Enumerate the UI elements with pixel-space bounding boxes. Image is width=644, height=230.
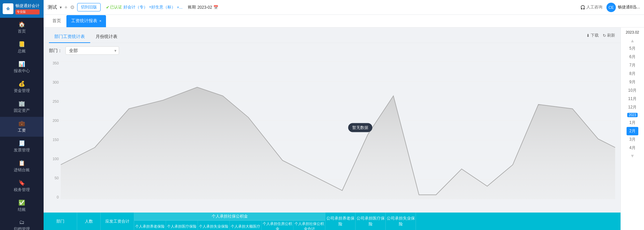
y-label-200: 200 bbox=[53, 119, 59, 123]
sidebar-item-tax[interactable]: 🔖税务管理 bbox=[0, 176, 44, 196]
sidebar-item-label-salary: 工资 bbox=[18, 128, 26, 133]
headset-icon: 🎧 bbox=[580, 5, 585, 10]
panel-month-5月[interactable]: 5月 bbox=[626, 44, 639, 53]
sidebar-item-label-checkout: 结账 bbox=[18, 207, 26, 213]
main-content: 测试 ▾ + ⚙ 切到旧版 ✔ 已认证 好会计（专） +好生意（标） +... … bbox=[44, 0, 644, 230]
top-header: 测试 ▾ + ⚙ 切到旧版 ✔ 已认证 好会计（专） +好生意（标） +... … bbox=[44, 0, 644, 15]
download-icon: ⬇ bbox=[586, 33, 590, 38]
content-wrapper: 部门工资统计表月份统计表 ⬇ 下载 ↻ 刷新 部门： 全 bbox=[44, 28, 644, 230]
panel-month-11月[interactable]: 11月 bbox=[626, 95, 639, 103]
tab-home[interactable]: 首页 bbox=[48, 15, 66, 27]
tab-close-salary-stats[interactable]: × bbox=[99, 19, 101, 23]
panel-month-current-2月[interactable]: 2月 bbox=[627, 127, 638, 135]
period-value: 2023-02 bbox=[197, 5, 212, 10]
table-col-group-header: 个人承担社保公积金 bbox=[134, 213, 325, 221]
chart-y-axis: 050100150200250300350 bbox=[49, 61, 61, 199]
department-select[interactable]: 全部 bbox=[65, 46, 119, 55]
sub-tab-monthly[interactable]: 月份统计表 bbox=[90, 31, 123, 43]
right-panel-months2: 1月2月3月4月 bbox=[627, 119, 638, 152]
sidebar-item-ledger[interactable]: 📒总账 bbox=[0, 38, 44, 57]
sidebar-item-label-invoice: 发票管理 bbox=[14, 147, 30, 153]
y-label-50: 50 bbox=[55, 176, 59, 180]
table-col-group-social: 个人承担社保公积金个人承担养老保险个人承担医疗保险个人承担失业保险个人承担大额医… bbox=[134, 213, 325, 230]
panel-month-7月[interactable]: 7月 bbox=[626, 61, 639, 70]
panel-month-8月[interactable]: 8月 bbox=[626, 70, 639, 78]
y-label-100: 100 bbox=[53, 157, 59, 161]
tab-label-home: 首页 bbox=[52, 18, 61, 23]
panel-down-arrow[interactable]: ▼ bbox=[629, 152, 636, 159]
username[interactable]: 畅捷通B迅... bbox=[618, 4, 640, 10]
sub-tab-label-monthly: 月份统计表 bbox=[96, 34, 117, 39]
y-label-300: 300 bbox=[53, 81, 59, 84]
service-button[interactable]: 🎧 人工咨询 bbox=[580, 4, 602, 10]
logo-badge: 专业版 bbox=[15, 9, 40, 14]
status-good-accounting: 好会计（专） bbox=[123, 4, 148, 10]
panel-month-current-1月[interactable]: 1月 bbox=[627, 119, 638, 127]
header-settings-icon[interactable]: ⚙ bbox=[70, 4, 74, 10]
ledger-icon: 📒 bbox=[18, 41, 25, 47]
chart-plot: 暂无数据 bbox=[61, 61, 615, 199]
y-label-0: 0 bbox=[57, 195, 59, 199]
download-button[interactable]: ⬇ 下载 bbox=[586, 33, 599, 38]
status-business: +好生意（标） bbox=[149, 4, 175, 10]
sidebar: 会 畅捷通好会计 专业版 🏠首页📒总账📊报表中心💰资金管理🏢固定资产💼工资🧾发票… bbox=[0, 0, 44, 230]
sidebar-item-funds[interactable]: 💰资金管理 bbox=[0, 77, 44, 97]
period-label: 账期 bbox=[188, 4, 196, 10]
logo-text-block: 畅捷通好会计 专业版 bbox=[15, 3, 40, 14]
status-verified: ✔ 已认证 bbox=[106, 4, 122, 10]
sub-tab-label-dept: 部门工资统计表 bbox=[54, 34, 85, 39]
y-label-150: 150 bbox=[53, 138, 59, 142]
panel-up-arrow[interactable]: ▲ bbox=[629, 37, 636, 44]
table-sub-col-个人承担大额医疗: 个人承担大额医疗 bbox=[230, 221, 262, 230]
panel-month-10月[interactable]: 10月 bbox=[626, 86, 639, 95]
panel-month-6月[interactable]: 6月 bbox=[626, 53, 639, 61]
sub-tab-dept[interactable]: 部门工资统计表 bbox=[49, 31, 90, 43]
switch-version-button[interactable]: 切到旧版 bbox=[77, 3, 101, 11]
panel-month-12月[interactable]: 12月 bbox=[626, 103, 639, 111]
sidebar-item-label-tax: 税务管理 bbox=[14, 187, 30, 193]
department-select-wrapper: 全部 bbox=[65, 46, 119, 55]
panel-month-current-4月[interactable]: 4月 bbox=[627, 144, 638, 152]
sidebar-item-label-assets: 固定资产 bbox=[14, 108, 30, 113]
sidebar-logo: 会 畅捷通好会计 专业版 bbox=[0, 0, 44, 18]
sidebar-item-salary[interactable]: 💼工资 bbox=[0, 117, 44, 137]
content-area: 部门工资统计表月份统计表 ⬇ 下载 ↻ 刷新 部门： 全 bbox=[44, 28, 621, 230]
avatar: CE bbox=[606, 3, 616, 12]
table-col-right-公司承担失业保险: 公司承担失业保险 bbox=[386, 213, 416, 230]
table-sub-col-个人承担养老保险: 个人承担养老保险 bbox=[134, 221, 166, 230]
table-sub-col-个人承担失业保险: 个人承担失业保险 bbox=[198, 221, 230, 230]
table-col-right-公司承担医疗保险: 公司承担医疗保险 bbox=[356, 213, 386, 230]
panel-month-9月[interactable]: 9月 bbox=[626, 78, 639, 86]
tab-salary-stats[interactable]: 工资统计报表× bbox=[66, 15, 106, 27]
panel-year-badge[interactable]: 2023 bbox=[627, 113, 637, 117]
sidebar-item-reports[interactable]: 📊报表中心 bbox=[0, 57, 44, 77]
table-sub-col-个人承担住房公积金: 个人承担住房公积金 bbox=[262, 221, 293, 230]
right-panel-months: 5月6月7月8月9月10月11月12月 bbox=[626, 44, 639, 111]
sidebar-item-invoice[interactable]: 🧾发票管理 bbox=[0, 137, 44, 156]
filter-label: 部门： bbox=[49, 48, 62, 54]
tabs-container: 首页工资统计报表× bbox=[48, 15, 106, 27]
refresh-icon: ↻ bbox=[603, 33, 606, 38]
sidebar-item-checkout[interactable]: ✅结账 bbox=[0, 196, 44, 216]
company-dropdown-icon[interactable]: ▾ bbox=[60, 5, 62, 10]
refresh-button[interactable]: ↻ 刷新 bbox=[603, 33, 615, 38]
sidebar-item-home[interactable]: 🏠首页 bbox=[0, 18, 44, 38]
check-icon: ✔ bbox=[106, 5, 109, 10]
sidebar-item-purchase[interactable]: 📋进销台账 bbox=[0, 156, 44, 176]
calendar-icon[interactable]: 📅 bbox=[213, 5, 218, 10]
header-plus-icon[interactable]: + bbox=[64, 4, 67, 10]
table-header: 部门人数应发工资合计个人承担社保公积金个人承担养老保险个人承担医疗保险个人承担失… bbox=[44, 213, 621, 230]
checkout-icon: ✅ bbox=[18, 199, 25, 206]
sidebar-item-assets[interactable]: 🏢固定资产 bbox=[0, 97, 44, 117]
panel-month-current-3月[interactable]: 3月 bbox=[627, 135, 638, 144]
salary-icon: 💼 bbox=[18, 120, 25, 127]
sidebar-item-label-reports: 报表中心 bbox=[14, 68, 30, 74]
funds-icon: 💰 bbox=[18, 81, 25, 87]
user-info: CE 畅捷通B迅... bbox=[606, 3, 640, 12]
sidebar-item-archive[interactable]: 🗂归档管理 bbox=[0, 216, 44, 230]
table-col-部门: 部门 bbox=[44, 213, 77, 230]
sub-tab-actions: ⬇ 下载 ↻ 刷新 bbox=[586, 33, 615, 41]
sidebar-item-label-home: 首页 bbox=[18, 29, 26, 34]
filter-row: 部门： 全部 bbox=[44, 43, 621, 58]
company-name: 测试 bbox=[48, 4, 57, 10]
